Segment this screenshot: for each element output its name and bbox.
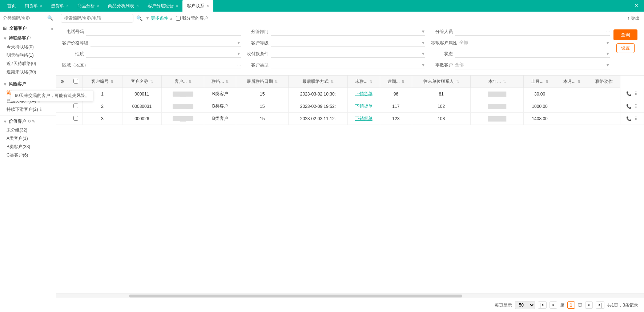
edit-icon[interactable]: ✎ [32,119,35,124]
pending-group[interactable]: ▼ 待联络客户 [0,34,56,43]
row-checkbox[interactable] [73,116,78,121]
col-last-date[interactable]: 最后联络日期 ⇅ [236,76,289,88]
payment-select[interactable]: ▼ [271,50,426,58]
sidebar-item-type-c[interactable]: C类客户(6) [0,151,56,159]
sidebar-collapse-btn[interactable]: « [51,27,53,31]
region-select[interactable]: ··· [90,61,241,69]
more-conditions-button[interactable]: ▼ 更多条件 ▲ [145,15,173,21]
sidebar-item-ungrouped[interactable]: 未分组(32) [0,126,56,134]
manager-select[interactable]: ··· [455,28,610,36]
close-analysis-list-tab[interactable]: × [136,4,138,8]
my-customers-checkbox[interactable] [176,16,181,21]
last-method-link[interactable]: 下销货单 [355,91,373,96]
settings-button[interactable]: 设置 [616,43,635,53]
row-overdue: 81 [412,88,470,100]
tab-customer-tier[interactable]: 客户分层经营 × [143,0,182,12]
gender-select[interactable]: ▼ [86,50,241,58]
sidebar-divider-1 [0,78,56,78]
col-contact[interactable]: 联络... ⇅ [204,76,236,88]
row-action-more-icon[interactable]: ⠿ [635,104,638,109]
query-button[interactable]: 查询 [613,29,637,40]
sync-icon[interactable]: ↻ [28,119,31,124]
row-action-more-icon[interactable]: ⠿ [635,116,638,121]
prev-page-button[interactable]: < [550,301,557,309]
row-action-more-icon[interactable]: ⠿ [635,91,638,96]
select-all-checkbox[interactable] [73,79,78,84]
customer-type-label: 客户类型 [247,62,269,68]
close-customer-tier-tab[interactable]: × [176,4,178,8]
row-action-phone-icon[interactable]: 📞 [626,91,632,96]
row-checkbox[interactable] [73,104,78,108]
page-size-select[interactable]: 50 100 200 [515,301,535,309]
sidebar-item-type-a[interactable]: A类客户(1) [0,134,56,143]
filter-search-button[interactable]: 🔍 [136,15,142,21]
price-level-select[interactable]: ▼ [90,39,241,47]
tab-analysis[interactable]: 商品分析 × [73,0,104,12]
row-checkbox-cell[interactable] [69,113,82,125]
last-method-link[interactable]: 下销货单 [355,104,373,109]
col-this-month[interactable]: 本月... ⇅ [556,76,588,88]
sidebar-item-7days[interactable]: 近7天待联络(0) [0,60,56,68]
close-sales-tab[interactable]: × [40,4,42,8]
close-purchase-tab[interactable]: × [66,4,68,8]
close-analysis-tab[interactable]: × [97,4,99,8]
export-button[interactable]: ↑ 导出 [627,15,640,21]
phone-label: 电话号码 [62,29,84,35]
retail-attr-chevron-icon: ▼ [605,40,610,45]
col-last-month[interactable]: 上月... ⇅ [524,76,556,88]
table-row: 2 00030031 ██ B类客户 15 2023-02-09 19:52: … [56,100,644,113]
col-code[interactable]: 客户编号 ⇅ [82,76,122,88]
col-this-year[interactable]: 本年... ⇅ [471,76,524,88]
col-overdue[interactable]: 逾期... ⇅ [380,76,412,88]
row-contact: 15 [236,100,289,113]
col-no-contact[interactable]: 未联... ⇅ [347,76,380,88]
row-actions[interactable]: 📞 ⠿ [620,100,644,113]
sidebar-search-input[interactable] [3,16,47,21]
col-last-method[interactable]: 最后联络方式 ⇅ [289,76,347,88]
col-settings[interactable]: ⚙ [56,76,69,88]
status-select[interactable]: ▼ [455,50,610,58]
col-contact-person[interactable]: 往来单位联系人 ⇅ [412,76,470,88]
all-customers-title[interactable]: ⊞ 全部客户 « [0,23,56,34]
my-customers-checkbox-label[interactable]: 我分管的客户 [176,15,208,21]
region-more-icon[interactable]: ··· [237,62,241,68]
tab-sales[interactable]: 销货单 × [20,0,47,12]
sidebar-item-type-b[interactable]: B类客户(33) [0,143,56,151]
last-page-button[interactable]: >| [596,301,604,309]
value-group[interactable]: ▼ 价值客户 ↻ ✎ [0,117,56,126]
lost-group[interactable]: ▼ 风险客户 [0,80,56,89]
horizontal-scrollbar[interactable] [56,293,644,298]
row-checkbox-cell[interactable] [69,100,82,113]
row-actions[interactable]: 📞 ⠿ [620,113,644,125]
last-method-link[interactable]: 下销货单 [355,116,373,121]
grade-select[interactable]: ▼ [271,39,426,47]
tab-purchase[interactable]: 进货单 × [47,0,73,12]
row-action-phone-icon[interactable]: 📞 [626,104,632,109]
sidebar-item-tomorrow[interactable]: 明天待联络(1) [0,51,56,60]
manager-more-icon[interactable]: ··· [606,29,610,34]
row-last-method[interactable]: 下销货单 [347,88,380,100]
filter-search-input[interactable] [61,14,133,23]
tab-analysis-list[interactable]: 商品分析列表 × [104,0,143,12]
retail-attr-select[interactable]: 全部 ▼ [459,39,610,47]
sidebar-item-overdue[interactable]: 逾期未联络(30) [0,68,56,76]
sidebar-item-today[interactable]: 今天待联络(0) [0,43,56,51]
row-actions[interactable]: 📞 ⠿ [620,88,644,100]
row-action-phone-icon[interactable]: 📞 [626,116,632,121]
close-all-button[interactable]: × [632,3,641,9]
row-last-method[interactable]: 下销货单 [347,113,380,125]
retail-customer-select[interactable]: 全部 ▼ [455,61,610,69]
first-page-button[interactable]: |< [538,301,547,309]
sidebar-item-declining[interactable]: 持续下滑客户(2) ℹ [0,105,56,114]
col-name[interactable]: 客户名称 ⇅ [122,76,162,88]
scrollbar-thumb[interactable] [129,295,462,297]
tab-customer-contact[interactable]: 客户联系 × [182,0,213,12]
row-last-method[interactable]: 下销货单 [347,100,380,113]
dept-select[interactable]: ▼ [271,28,426,36]
phone-input[interactable] [86,28,241,36]
customer-type-select[interactable]: ▼ [271,61,426,69]
close-customer-contact-tab[interactable]: × [206,4,209,8]
next-page-button[interactable]: > [585,301,593,309]
tab-home[interactable]: 首页 [3,0,20,12]
col-type[interactable]: 客户... ⇅ [162,76,204,88]
